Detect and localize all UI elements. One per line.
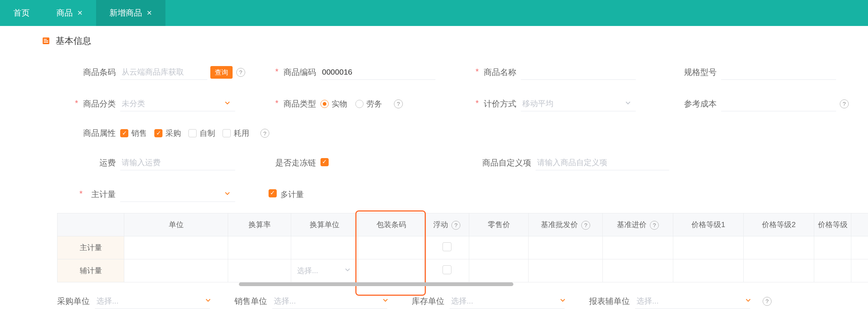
unit-selector-row: 采购单位 销售单位 库存单位 报表辅单位 ? [57, 294, 859, 309]
row-main-label: 主计量 [57, 236, 124, 259]
radio-physical-label: 实物 [332, 99, 347, 109]
label-sales-unit: 销售单位 [234, 296, 267, 307]
cb-sale[interactable]: 销售 [120, 128, 147, 138]
spec-input[interactable] [721, 65, 836, 80]
cell-retail[interactable] [469, 259, 529, 282]
cell-retail[interactable] [469, 236, 529, 259]
multi-unit-checkbox[interactable]: 多计量 [269, 189, 304, 200]
radio-service[interactable]: 劳务 [355, 99, 382, 109]
tab-products-label: 商品 [56, 7, 73, 19]
th-level2: 价格等级2 [744, 213, 814, 236]
close-icon[interactable]: ✕ [147, 9, 152, 17]
cell-unit[interactable] [124, 259, 228, 282]
chevron-down-icon [744, 296, 752, 307]
help-icon[interactable]: ? [840, 99, 849, 108]
cell-rate[interactable] [228, 236, 291, 259]
radio-dot-icon [320, 100, 329, 108]
custom-field-input[interactable] [536, 155, 669, 170]
tab-products[interactable]: 商品 ✕ [43, 0, 96, 26]
cell-level-more[interactable] [814, 259, 851, 282]
cell-ops [851, 236, 868, 259]
close-icon[interactable]: ✕ [77, 9, 83, 17]
horizontal-scrollbar[interactable] [239, 282, 513, 286]
cold-chain-checkbox[interactable] [320, 158, 329, 167]
help-icon[interactable]: ? [394, 99, 403, 108]
th-ops: 操作 [851, 213, 868, 236]
svg-rect-2 [44, 40, 48, 41]
form-icon [42, 36, 50, 45]
tab-add-product-label: 新增商品 [109, 7, 142, 19]
label-ref-cost: 参考成本 [658, 98, 721, 109]
purchase-unit-select[interactable] [95, 294, 210, 309]
code-input[interactable] [320, 65, 435, 80]
help-icon[interactable]: ? [451, 221, 460, 230]
tab-home[interactable]: 首页 [0, 0, 43, 26]
th-float-label: 浮动 [433, 220, 448, 229]
cell-level2[interactable] [744, 236, 814, 259]
checkbox-icon [269, 189, 277, 197]
th-level-more: 价格等级 [814, 213, 851, 236]
checkbox-icon [320, 158, 329, 166]
help-icon[interactable]: ? [763, 297, 772, 306]
checkbox-icon[interactable] [443, 265, 451, 274]
cb-selfmade[interactable]: 自制 [188, 128, 215, 138]
chevron-down-icon [204, 296, 212, 307]
section-title-text: 基本信息 [56, 35, 91, 47]
name-input[interactable] [521, 65, 636, 80]
multi-unit-label: 多计量 [280, 189, 304, 200]
cb-purchase-label: 采购 [165, 128, 181, 138]
help-icon[interactable]: ? [260, 129, 269, 138]
label-report-unit: 报表辅单位 [589, 296, 630, 307]
pricing-select[interactable] [521, 96, 636, 111]
help-icon[interactable]: ? [236, 68, 245, 77]
cell-wholesale[interactable] [529, 259, 603, 282]
cell-barcode[interactable] [358, 259, 425, 282]
ref-cost-input[interactable] [721, 96, 836, 111]
cell-rate-unit[interactable]: 选择... [291, 259, 358, 282]
cb-purchase[interactable]: 采购 [154, 128, 181, 138]
th-level1: 价格等级1 [673, 213, 744, 236]
chevron-down-icon [381, 296, 389, 307]
category-select[interactable] [120, 96, 235, 111]
checkbox-icon[interactable] [443, 242, 451, 251]
cell-wholesale[interactable] [529, 236, 603, 259]
cb-sale-label: 销售 [131, 128, 147, 138]
cell-level1[interactable] [673, 259, 744, 282]
th-cost: 基准进价 ? [603, 213, 673, 236]
freight-input[interactable] [120, 155, 235, 170]
cell-level2[interactable] [744, 259, 814, 282]
cell-barcode[interactable] [358, 236, 425, 259]
barcode-input[interactable] [120, 65, 207, 80]
cell-select-placeholder: 选择... [297, 266, 318, 276]
cb-consume[interactable]: 耗用 [223, 128, 249, 138]
cell-float[interactable] [425, 236, 469, 259]
cell-cost[interactable] [603, 259, 673, 282]
label-cold-chain: 是否走冻链 [257, 157, 320, 168]
cell-unit[interactable] [124, 236, 228, 259]
main-unit-select[interactable] [120, 187, 235, 202]
cell-rate-unit[interactable] [291, 236, 358, 259]
radio-physical[interactable]: 实物 [320, 99, 347, 109]
cell-float[interactable] [425, 259, 469, 282]
help-icon[interactable]: ? [650, 221, 659, 230]
label-purchase-unit: 采购单位 [57, 296, 90, 307]
table-row: 辅计量 选择... [57, 259, 868, 282]
radio-dot-icon [355, 100, 364, 108]
cell-ops: ＋ [851, 259, 868, 282]
cell-rate[interactable] [228, 259, 291, 282]
cell-cost[interactable] [603, 236, 673, 259]
tab-add-product[interactable]: 新增商品 ✕ [96, 0, 165, 26]
sales-unit-select[interactable] [272, 294, 387, 309]
units-table: 单位 换算率 换算单位 包装条码 浮动 ? 零售价 基准批发价 ? 基准进价 ?… [57, 213, 868, 282]
th-barcode: 包装条码 [358, 213, 425, 236]
stock-unit-select[interactable] [450, 294, 565, 309]
lookup-button[interactable]: 查询 [210, 66, 233, 79]
cell-level-more[interactable] [814, 236, 851, 259]
help-icon[interactable]: ? [581, 221, 590, 230]
report-unit-select[interactable] [635, 294, 750, 309]
chevron-down-icon [343, 266, 352, 276]
svg-rect-1 [44, 39, 47, 40]
cell-level1[interactable] [673, 236, 744, 259]
checkbox-icon [188, 129, 197, 137]
label-pricing: 计价方式 [458, 98, 521, 109]
